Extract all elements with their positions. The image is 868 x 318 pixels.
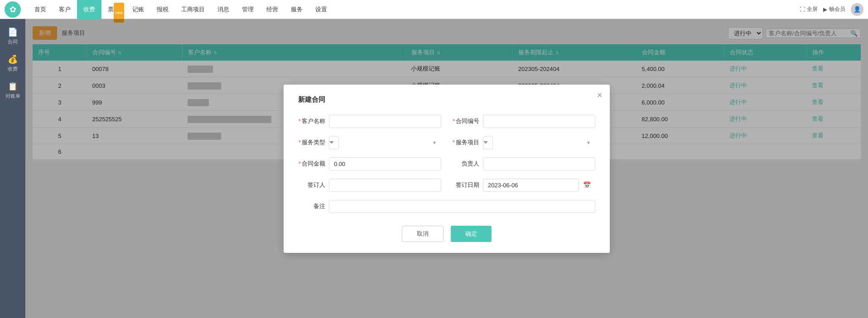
confirm-button[interactable]: 确定	[451, 226, 492, 242]
signer-input[interactable]	[329, 179, 441, 192]
sign-date-wrapper: 📅	[483, 179, 595, 192]
vip-icon: ▶	[823, 6, 827, 13]
service-type-chevron-icon: ▼	[432, 140, 437, 145]
vip-label: 畅会员	[829, 5, 845, 13]
modal-footer: 取消 确定	[298, 226, 595, 242]
remark-label: 备注	[298, 202, 325, 210]
required-star-customer: *	[299, 118, 301, 124]
service-item-label: *服务项目	[452, 138, 479, 147]
sidebar-item-contract[interactable]: 📄 合同	[1, 24, 24, 49]
service-type-select[interactable]	[329, 136, 339, 149]
amount-row: *合同金额	[298, 157, 441, 171]
required-star-contract: *	[453, 118, 455, 124]
sidebar-billing-label: 收费	[8, 66, 18, 72]
contract-icon: 📄	[8, 27, 18, 37]
amount-label: *合同金额	[298, 160, 325, 168]
nav-manage[interactable]: 管理	[236, 0, 260, 19]
vip-button[interactable]: ▶ 畅会员	[823, 5, 845, 13]
contract-no-row: *合同编号	[452, 115, 595, 128]
calendar-icon[interactable]: 📅	[583, 181, 591, 189]
billing-icon: 💰	[8, 54, 18, 64]
nav-tax[interactable]: 报税	[150, 0, 175, 19]
logo-icon: ✿	[10, 5, 16, 14]
app-logo: ✿	[5, 1, 21, 18]
sign-date-row: 签订日期 📅	[452, 179, 595, 192]
sidebar: 📄 合同 💰 收费 📋 对账单	[0, 19, 25, 318]
responsible-input[interactable]	[483, 157, 595, 171]
nav-message[interactable]: 消息	[211, 0, 236, 19]
avatar-icon: 👤	[854, 6, 861, 13]
new-contract-modal: 新建合同 ✕ *客户名称 *合同编号 *服务类型	[284, 85, 610, 253]
fullscreen-button[interactable]: ⛶ 全屏	[800, 5, 818, 13]
amount-input[interactable]	[329, 157, 441, 171]
sidebar-contract-label: 合同	[8, 38, 18, 45]
modal-overlay: 新建合同 ✕ *客户名称 *合同编号 *服务类型	[25, 19, 868, 318]
responsible-label: 负责人	[452, 160, 479, 168]
nav-customer[interactable]: 客户	[53, 0, 77, 19]
nav-service[interactable]: 服务	[285, 0, 309, 19]
sign-date-input[interactable]	[483, 179, 579, 192]
nav-home[interactable]: 首页	[28, 0, 53, 19]
service-type-select-wrapper: ▼	[329, 136, 441, 149]
remark-row: 备注	[298, 200, 595, 213]
nav-menu: 首页 客户 收费 票据 new 记账 报税 工商项目 消息 管理 经营 服务 设…	[28, 0, 800, 19]
customer-name-label: *客户名称	[298, 117, 325, 125]
contract-no-input[interactable]	[483, 115, 595, 128]
modal-close-button[interactable]: ✕	[597, 92, 603, 99]
nav-operation[interactable]: 经营	[260, 0, 285, 19]
sidebar-item-billing[interactable]: 💰 收费	[1, 51, 24, 76]
service-type-row: *服务类型 ▼	[298, 136, 441, 149]
nav-settings[interactable]: 设置	[309, 0, 333, 19]
top-navigation: ✿ 首页 客户 收费 票据 new 记账 报税 工商项目 消息 管理 经营 服务…	[0, 0, 868, 19]
required-star-service-item: *	[453, 139, 455, 146]
sidebar-statement-label: 对账单	[5, 93, 20, 100]
signer-label: 签订人	[298, 181, 325, 189]
signer-row: 签订人	[298, 179, 441, 192]
required-star-service-type: *	[299, 139, 301, 146]
customer-name-input[interactable]	[329, 115, 441, 128]
service-item-row: *服务项目 ▼	[452, 136, 595, 149]
user-avatar[interactable]: 👤	[851, 3, 863, 16]
nav-right-area: ⛶ 全屏 ▶ 畅会员 👤	[800, 3, 863, 16]
contract-no-label: *合同编号	[452, 117, 479, 125]
nav-invoice[interactable]: 票据 new	[101, 0, 126, 19]
nav-bookkeeping[interactable]: 记账	[126, 0, 150, 19]
modal-title: 新建合同	[298, 95, 595, 104]
fullscreen-icon: ⛶	[800, 6, 805, 13]
service-item-chevron-icon: ▼	[586, 140, 591, 145]
fullscreen-label: 全屏	[807, 5, 818, 13]
remark-input[interactable]	[329, 200, 595, 213]
service-item-select[interactable]	[483, 136, 493, 149]
modal-form: *客户名称 *合同编号 *服务类型 ▼	[298, 115, 595, 213]
service-type-label: *服务类型	[298, 138, 325, 147]
statement-icon: 📋	[8, 81, 18, 91]
required-star-amount: *	[299, 160, 301, 167]
customer-name-row: *客户名称	[298, 115, 441, 128]
nav-biz-project[interactable]: 工商项目	[175, 0, 211, 19]
sign-date-label: 签订日期	[452, 181, 479, 189]
nav-billing[interactable]: 收费	[77, 0, 101, 19]
sidebar-item-statement[interactable]: 📋 对账单	[1, 78, 24, 103]
cancel-button[interactable]: 取消	[402, 226, 444, 242]
service-item-select-wrapper: ▼	[483, 136, 595, 149]
responsible-row: 负责人	[452, 157, 595, 171]
